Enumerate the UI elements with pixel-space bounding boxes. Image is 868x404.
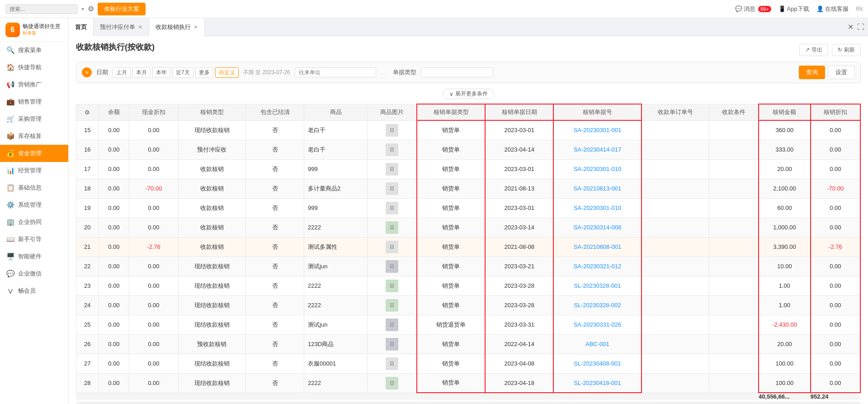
filter-bill-type-select[interactable]: [421, 67, 493, 77]
table-row: 250.000.00现结收款核销否测试jun🖼销货退货单2023-03-31SA…: [76, 315, 861, 334]
condition-cell: [709, 198, 759, 218]
industry-btn[interactable]: 体验行业方案: [98, 3, 146, 15]
goods-cell: 2222: [304, 373, 368, 393]
bill-no-cell[interactable]: SA-20230321-012: [553, 257, 641, 276]
order-no-cell: [642, 257, 709, 276]
search-input[interactable]: [5, 4, 78, 14]
expand-more-btn[interactable]: ∨ 展开更多条件: [443, 89, 495, 99]
goods-cell: 多计量商品2: [304, 179, 368, 198]
bill-no-cell[interactable]: SL-20230408-001: [553, 354, 641, 373]
bill-no-cell[interactable]: SA-20210813-001: [553, 179, 641, 198]
online-service-link[interactable]: 👤 在线客服: [816, 5, 849, 13]
type-cell: 收款核销: [178, 218, 245, 237]
setting-button[interactable]: 设置: [828, 66, 855, 79]
amount-cell: 1,000.00: [759, 218, 811, 237]
export-button[interactable]: ↗ 导出: [799, 44, 828, 56]
bill-no-cell[interactable]: SL-20230418-001: [553, 373, 641, 393]
balance-cell: 0.00: [99, 334, 129, 354]
discount-cell: -2.76: [129, 237, 179, 257]
bill-no-cell[interactable]: SA-20230314-008: [553, 218, 641, 237]
sidebar-item-sales[interactable]: 💼 销售管理: [0, 93, 68, 110]
row-num: 28: [76, 373, 99, 393]
tab-prepay[interactable]: 预付冲应付单 ✕: [94, 18, 149, 36]
filter-custom[interactable]: 自定义: [215, 67, 239, 78]
sidebar-item-purchase[interactable]: 🛒 采购管理: [0, 110, 68, 128]
bill-type-cell: 销货单: [417, 179, 485, 198]
type-cell: 现结收款核销: [178, 354, 245, 373]
gear-icon[interactable]: ⚙: [88, 5, 94, 13]
goods-img-cell: 🖼: [368, 237, 417, 257]
bill-no-cell[interactable]: SA-20230414-017: [553, 140, 641, 159]
sidebar-item-corp[interactable]: 🏢 企业协同: [0, 214, 68, 231]
app-download-link[interactable]: 📱 App下载: [778, 5, 809, 13]
balance-cell: 0.00: [99, 237, 129, 257]
filter-more[interactable]: 更多: [195, 67, 213, 78]
amount-cell: 1.00: [759, 276, 811, 295]
row-num: 15: [76, 120, 99, 140]
logo-sub: 标准版: [23, 30, 61, 36]
bill-no-cell[interactable]: SL-20230328-002: [553, 295, 641, 315]
type-cell: 预付冲应收: [178, 140, 245, 159]
type-cell: 现结收款核销: [178, 315, 245, 334]
bill-no-cell[interactable]: SA-20230301-010: [553, 159, 641, 179]
filter-expand-icon[interactable]: »: [82, 67, 92, 77]
refresh-button[interactable]: ↻ 刷新: [832, 44, 861, 56]
settled-cell: 否: [246, 257, 304, 276]
bill-no-cell[interactable]: SA-20230331-026: [553, 315, 641, 334]
messages-link[interactable]: 💬 消息 99+: [735, 5, 771, 13]
balance-cell: 0.00: [99, 218, 129, 237]
sidebar-item-wechat[interactable]: 💬 企业微信: [0, 265, 68, 282]
fullscreen-icon[interactable]: ⛶: [857, 23, 864, 31]
main-table: ⚙ 余额 现金折扣 核销类型 包含已结清 商品 商品图片 核销单据类型 核销单据…: [76, 104, 861, 400]
sidebar-item-operations[interactable]: 📊 经营管理: [0, 162, 68, 179]
tab-prepay-close[interactable]: ✕: [138, 24, 142, 30]
amount-cell: -2,430.00: [759, 315, 811, 334]
query-button[interactable]: 查询: [799, 66, 825, 79]
bill-no-cell[interactable]: ABC-001: [553, 334, 641, 354]
sidebar-item-guide[interactable]: 📖 新手引导: [0, 231, 68, 248]
bill-no-cell[interactable]: SA-20210808-001: [553, 237, 641, 257]
filter-last-month[interactable]: 上月: [113, 67, 131, 78]
settled-cell: 否: [246, 198, 304, 218]
bill-date-cell: 2021-08-08: [485, 237, 553, 257]
amount-cell: 1.00: [759, 295, 811, 315]
sidebar-item-member[interactable]: V 畅会员: [0, 282, 68, 299]
th-goods-img: 商品图片: [368, 104, 417, 120]
tab-collection-close[interactable]: ✕: [193, 24, 198, 30]
th-bill-no: 核销单据号: [553, 104, 641, 120]
sidebar-item-marketing[interactable]: 📢 营销推广: [0, 76, 68, 93]
settled-cell: 否: [246, 237, 304, 257]
horizontal-scrollbar[interactable]: [76, 402, 861, 404]
bill-no-cell[interactable]: SA-20230301-010: [553, 198, 641, 218]
sidebar-item-inventory[interactable]: 📦 库存核算: [0, 128, 68, 145]
balance-cell: 0.00: [99, 257, 129, 276]
bill-no-cell[interactable]: SA-20230301-001: [553, 120, 641, 140]
sidebar-item-nav[interactable]: 🏠 快捷导航: [0, 59, 68, 76]
bill-no-cell[interactable]: SL-20230328-001: [553, 276, 641, 295]
sidebar-item-system[interactable]: ⚙️ 系统管理: [0, 196, 68, 214]
tab-home[interactable]: 首页: [69, 18, 94, 36]
discount2-cell: 0.00: [811, 276, 860, 295]
sidebar-item-hardware[interactable]: 🖥️ 智能硬件: [0, 248, 68, 265]
filter-7days[interactable]: 近7天: [172, 67, 193, 78]
goods-img-cell: 🖼: [368, 354, 417, 373]
chevron-down-icon: ∨: [449, 91, 453, 97]
balance-cell: 0.00: [99, 295, 129, 315]
th-type: 核销类型: [178, 104, 245, 120]
th-settings[interactable]: ⚙: [76, 104, 99, 120]
sidebar-item-search[interactable]: 🔍 搜索菜单: [0, 42, 68, 59]
filter-this-month[interactable]: 本月: [132, 67, 151, 78]
th-balance: 余额: [99, 104, 129, 120]
settled-cell: 否: [246, 373, 304, 393]
filter-this-year[interactable]: 本年: [152, 67, 170, 78]
close-all-icon[interactable]: ✕: [848, 23, 854, 31]
discount2-cell: 0.00: [811, 140, 860, 159]
discount-cell: 0.00: [129, 315, 179, 334]
order-no-cell: [642, 198, 709, 218]
sidebar-item-finance[interactable]: 💰 资金管理: [0, 145, 68, 162]
tab-collection[interactable]: 收款核销执行 ✕: [149, 18, 205, 36]
discount2-cell: 0.00: [811, 218, 860, 237]
filter-unit-input[interactable]: [295, 67, 376, 77]
condition-cell: [709, 276, 759, 295]
sidebar-item-basic[interactable]: 📋 基础信息: [0, 179, 68, 196]
